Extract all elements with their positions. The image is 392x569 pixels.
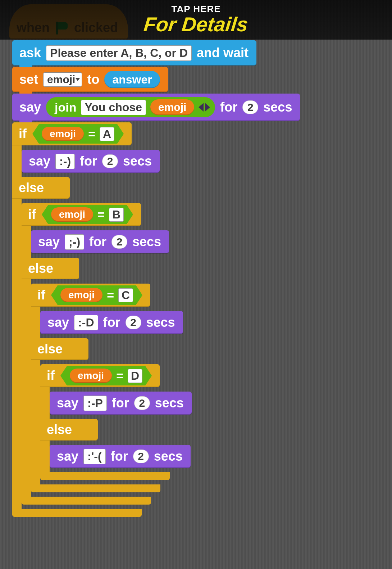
say-label: say	[29, 154, 50, 169]
if-label: if	[19, 126, 27, 141]
for-label: for	[89, 234, 106, 249]
say-label: say	[47, 315, 69, 330]
secs-label: secs	[154, 449, 183, 464]
join-label: join	[55, 100, 76, 114]
emoji-var-reporter[interactable]: emoji	[70, 369, 112, 383]
ask-and-wait-block[interactable]: ask Please enter A, B, C, or D and wait	[12, 40, 256, 66]
secs-input-2[interactable]: 2	[126, 316, 141, 329]
c-arm	[40, 441, 50, 472]
variable-dropdown[interactable]: emoji	[43, 72, 82, 87]
c-bottom-2	[31, 484, 160, 492]
if-header-1[interactable]: if emoji = B	[22, 203, 141, 226]
say-text-2[interactable]: :-D	[74, 315, 98, 330]
equals-operator-0[interactable]: emoji = A	[32, 124, 124, 144]
else-label-0: else	[12, 177, 70, 199]
say-block-1[interactable]: say ;-) for 2 secs	[31, 230, 169, 253]
equals-operator-1[interactable]: emoji = B	[42, 205, 133, 224]
secs-input[interactable]: 2	[242, 100, 258, 114]
say-text-0[interactable]: :-)	[55, 154, 75, 169]
secs-input-3[interactable]: 2	[134, 396, 150, 410]
for-label: for	[80, 154, 97, 169]
compare-input-1[interactable]: B	[109, 208, 124, 222]
join-reporter[interactable]: join You chose emoji	[46, 97, 215, 117]
answer-reporter[interactable]: answer	[104, 71, 160, 88]
for-label: for	[103, 315, 120, 330]
if-label: if	[28, 207, 36, 222]
c-arm	[22, 279, 31, 497]
secs-input-0[interactable]: 2	[102, 154, 118, 168]
emoji-var-reporter[interactable]: emoji	[42, 127, 84, 141]
equals-operator-3[interactable]: emoji = D	[60, 366, 152, 385]
for-label: for	[112, 396, 129, 411]
set-label: set	[19, 72, 38, 87]
promo-overlay[interactable]: TAP HERE For Details	[0, 0, 392, 40]
if-header-0[interactable]: if emoji = A	[12, 122, 132, 145]
emoji-var-reporter[interactable]: emoji	[60, 288, 102, 302]
equals-label: =	[88, 127, 95, 141]
set-variable-block[interactable]: set emoji to answer	[12, 67, 168, 92]
say-block-3[interactable]: say :-P for 2 secs	[50, 392, 192, 415]
c-arm	[22, 226, 31, 258]
say-label: say	[19, 100, 41, 115]
say-label: say	[57, 396, 78, 411]
say-label: say	[57, 449, 78, 464]
else-label-3: else	[40, 419, 98, 441]
and-wait-label: and wait	[197, 45, 249, 60]
ask-prompt-input[interactable]: Please enter A, B, C, or D	[46, 45, 192, 61]
emoji-var-reporter[interactable]: emoji	[51, 207, 93, 222]
say-block-else[interactable]: say :'-( for 2 secs	[50, 445, 191, 468]
say-text-1[interactable]: ;-)	[65, 234, 84, 250]
say-label: say	[38, 234, 60, 249]
for-label: for	[111, 449, 128, 464]
secs-label: secs	[155, 396, 184, 411]
equals-label: =	[107, 288, 114, 302]
if-header-2[interactable]: if emoji = C	[31, 284, 150, 307]
join-arrows-icon[interactable]	[199, 103, 210, 112]
equals-operator-2[interactable]: emoji = C	[51, 285, 142, 305]
c-bottom-1	[22, 497, 151, 505]
say-block-0[interactable]: say :-) for 2 secs	[22, 150, 160, 173]
for-label: for	[220, 100, 237, 115]
if-else-block-2[interactable]: if emoji = C	[31, 284, 192, 492]
if-label: if	[47, 368, 55, 383]
if-label: if	[37, 288, 45, 303]
emoji-var-reporter[interactable]: emoji	[150, 99, 194, 115]
if-header-3[interactable]: if emoji = D	[40, 364, 160, 387]
if-else-block-0[interactable]: if emoji = A say :-) for 2 secs	[12, 122, 192, 517]
compare-input-2[interactable]: C	[118, 288, 133, 302]
overlay-bottom-text: For Details	[143, 13, 249, 36]
else-label-2: else	[31, 338, 88, 360]
c-bottom-3	[40, 472, 170, 480]
c-arm	[12, 145, 22, 177]
say-block-2[interactable]: say :-D for 2 secs	[40, 311, 183, 334]
c-arm	[31, 360, 40, 484]
say-for-secs-block[interactable]: say join You chose emoji for 2 secs	[12, 94, 300, 121]
say-text-3[interactable]: :-P	[83, 396, 107, 411]
secs-label: secs	[132, 234, 161, 249]
c-arm	[40, 387, 50, 419]
equals-label: =	[97, 208, 105, 222]
secs-label: secs	[146, 315, 175, 330]
ask-label: ask	[19, 45, 41, 60]
join-text-input[interactable]: You chose	[81, 100, 146, 115]
secs-input-else[interactable]: 2	[133, 450, 149, 463]
equals-label: =	[116, 369, 123, 383]
secs-input-1[interactable]: 2	[111, 235, 127, 249]
say-text-else[interactable]: :'-(	[83, 449, 106, 464]
c-arm	[31, 307, 40, 338]
c-bottom-0	[12, 509, 142, 517]
secs-label: secs	[123, 154, 152, 169]
to-label: to	[87, 72, 99, 87]
if-else-block-1[interactable]: if emoji = B say	[22, 203, 192, 505]
else-label-1: else	[22, 258, 79, 279]
c-arm	[12, 199, 22, 509]
compare-input-0[interactable]: A	[100, 127, 114, 141]
if-else-block-3[interactable]: if emoji = D	[40, 364, 192, 480]
compare-input-3[interactable]: D	[128, 369, 142, 383]
secs-label: secs	[263, 100, 292, 115]
